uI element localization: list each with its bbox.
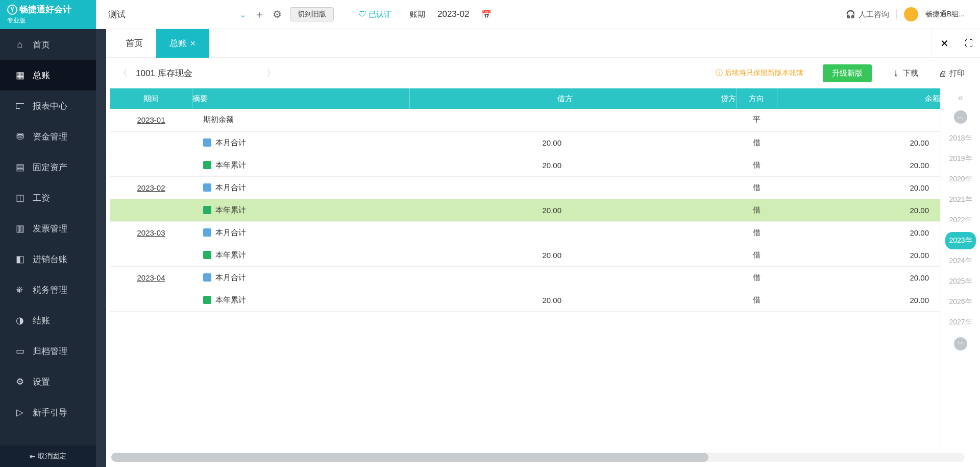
download-button[interactable]: ⭳ 下载 xyxy=(892,68,918,78)
table-row: 2023-02本月合计借20.00 xyxy=(110,176,940,199)
upgrade-button[interactable]: 升级新版 xyxy=(823,64,872,82)
avatar[interactable] xyxy=(904,7,918,21)
print-button[interactable]: 🖨 打印 xyxy=(939,68,965,78)
cell-period xyxy=(110,289,192,311)
year-item[interactable]: 2020年 xyxy=(945,171,976,188)
scrollbar-thumb[interactable] xyxy=(111,453,708,462)
table-area: 期间 摘要 借方 贷方 方向 余额 2023-01期初余额平本月合计20.00借… xyxy=(106,88,940,450)
next-account-button[interactable]: 〉 xyxy=(263,67,279,79)
sidebar-scroll-rail[interactable] xyxy=(96,29,106,467)
year-down-button[interactable]: ﹀ xyxy=(954,337,967,351)
org-name: 测试 xyxy=(108,9,126,20)
year-item[interactable]: 2023年 xyxy=(945,232,976,249)
cell-period[interactable]: 2023-02 xyxy=(110,176,192,199)
sidebar-item-11[interactable]: ⚙设置 xyxy=(0,366,96,397)
cell-period[interactable]: 2023-04 xyxy=(110,266,192,289)
period-link[interactable]: 2023-02 xyxy=(137,183,165,192)
cell-balance: 20.00 xyxy=(777,199,940,221)
sidebar-icon: ⛯ xyxy=(14,284,26,295)
sidebar-item-7[interactable]: ◧进销台账 xyxy=(0,244,96,274)
summary-text: 本年累计 xyxy=(215,250,246,260)
notice-text: 后续将只保留新版本账簿 xyxy=(725,68,803,78)
period-link[interactable]: 2023-04 xyxy=(137,273,165,282)
download-icon: ⭳ xyxy=(892,69,900,78)
tab-0[interactable]: 首页 xyxy=(112,29,156,58)
sidebar-item-label: 归档管理 xyxy=(33,345,67,357)
sidebar-item-9[interactable]: ◑结账 xyxy=(0,305,96,336)
cell-credit xyxy=(573,109,736,131)
sidebar-item-3[interactable]: ⛃资金管理 xyxy=(0,121,96,152)
sidebar-item-8[interactable]: ⛯税务管理 xyxy=(0,274,96,305)
sidebar-item-6[interactable]: ▥发票管理 xyxy=(0,213,96,244)
switch-old-button[interactable]: 切到旧版 xyxy=(290,7,334,21)
sidebar-item-2[interactable]: ⫍报表中心 xyxy=(0,90,96,121)
user-name[interactable]: 畅捷通B组... xyxy=(925,10,965,19)
year-item[interactable]: 2026年 xyxy=(945,293,976,311)
year-item[interactable]: 2027年 xyxy=(945,314,976,331)
cell-balance: 20.00 xyxy=(777,221,940,244)
rail-collapse-button[interactable]: « xyxy=(958,91,963,107)
cell-credit xyxy=(573,221,736,244)
sidebar-item-12[interactable]: ▷新手引导 xyxy=(0,397,96,428)
horizontal-scrollbar[interactable] xyxy=(111,453,965,462)
headset-icon: 🎧 xyxy=(846,10,855,19)
summary-text: 本月合计 xyxy=(215,273,246,283)
cell-summary: 本月合计 xyxy=(192,131,409,154)
year-item[interactable]: 2022年 xyxy=(945,212,976,229)
sidebar-item-5[interactable]: ◫工资 xyxy=(0,182,96,213)
verified-badge: 🛡 已认证 xyxy=(358,10,391,19)
print-icon: 🖨 xyxy=(939,69,946,78)
tab-1[interactable]: 总账✕ xyxy=(156,29,209,58)
table-header-row: 期间 摘要 借方 贷方 方向 余额 xyxy=(110,88,940,109)
sidebar-icon: ⛃ xyxy=(14,131,26,142)
sidebar-item-4[interactable]: ▤固定资产 xyxy=(0,152,96,182)
year-up-button[interactable]: ︿ xyxy=(954,110,967,124)
summary-text: 本月合计 xyxy=(215,228,246,238)
brand-logo-icon: ¥ xyxy=(7,5,17,15)
month-icon xyxy=(203,138,211,147)
period-link[interactable]: 2023-03 xyxy=(137,228,165,237)
collapse-icon: ⇤ xyxy=(30,452,36,460)
sidebar-item-label: 固定资产 xyxy=(33,161,67,173)
period-link[interactable]: 2023-01 xyxy=(137,115,165,124)
summary-text: 本月合计 xyxy=(215,138,246,148)
sidebar-item-10[interactable]: ▭归档管理 xyxy=(0,336,96,366)
prev-account-button[interactable]: 〈 xyxy=(115,67,131,79)
cell-summary: 期初余额 xyxy=(192,109,409,131)
cell-summary: 本月合计 xyxy=(192,221,409,244)
cell-balance: 20.00 xyxy=(777,131,940,154)
org-selector[interactable]: 测试 ⌄ xyxy=(108,9,246,20)
toolbar: 〈 1001 库存现金 〉 ⓘ 后续将只保留新版本账簿 升级新版 ⭳ 下载 🖨 … xyxy=(106,58,980,88)
summary-text: 本年累计 xyxy=(215,160,246,170)
sidebar-item-0[interactable]: ⌂首页 xyxy=(0,29,96,60)
sidebar-item-label: 资金管理 xyxy=(33,131,67,143)
calendar-icon[interactable]: 📅 xyxy=(481,10,492,19)
month-icon xyxy=(203,273,211,282)
cell-period[interactable]: 2023-01 xyxy=(110,109,192,131)
year-item[interactable]: 2018年 xyxy=(945,130,976,147)
cell-dir: 借 xyxy=(736,221,777,244)
th-period: 期间 xyxy=(110,88,192,109)
summary-text: 本年累计 xyxy=(215,205,246,215)
year-item[interactable]: 2019年 xyxy=(945,150,976,168)
year-item[interactable]: 2021年 xyxy=(945,191,976,208)
add-org-button[interactable]: ＋ xyxy=(254,8,264,21)
org-settings-button[interactable]: ⚙ xyxy=(273,8,282,20)
divider xyxy=(896,9,897,19)
consult-button[interactable]: 🎧 人工咨询 xyxy=(846,10,889,19)
sidebar-item-1[interactable]: ▦总账 xyxy=(0,60,96,90)
close-all-tabs-button[interactable]: ✕ xyxy=(931,29,958,58)
header-right: 🎧 人工咨询 畅捷通B组... xyxy=(846,7,980,21)
sidebar-collapse-button[interactable]: ⇤ 取消固定 xyxy=(0,446,96,467)
year-item[interactable]: 2025年 xyxy=(945,273,976,290)
cell-period[interactable]: 2023-03 xyxy=(110,221,192,244)
tabs-right: ✕ ⛶ xyxy=(931,29,980,58)
sidebar-icon: ⚙ xyxy=(14,376,26,387)
year-icon xyxy=(203,251,211,259)
tab-label: 首页 xyxy=(126,37,143,49)
year-item[interactable]: 2024年 xyxy=(945,252,976,270)
cell-dir: 借 xyxy=(736,244,777,266)
tab-close-icon[interactable]: ✕ xyxy=(190,39,196,48)
fullscreen-button[interactable]: ⛶ xyxy=(958,29,980,58)
cell-summary: 本年累计 xyxy=(192,199,409,221)
